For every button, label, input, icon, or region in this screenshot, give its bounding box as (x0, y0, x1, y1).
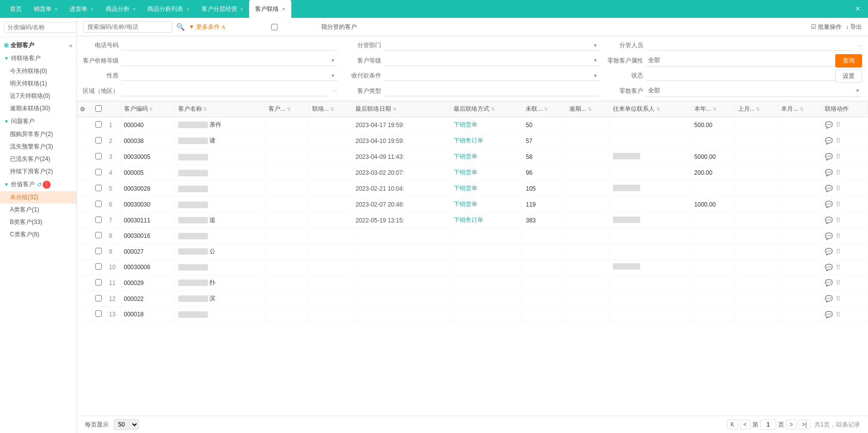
person-more-icon[interactable]: ··· (857, 42, 862, 49)
close-customer-ops-tab[interactable]: × (240, 6, 243, 12)
pending-group[interactable]: ▼ 待联络客户 (0, 52, 76, 65)
category-search-input[interactable] (4, 22, 77, 33)
row-checkbox[interactable] (95, 310, 102, 317)
this-month-col-header[interactable]: 本月... (778, 101, 822, 117)
prev-page-btn[interactable]: < (740, 420, 750, 430)
row-checkbox[interactable] (95, 201, 102, 207)
page-input[interactable] (760, 420, 776, 430)
message-action-icon[interactable]: 💬 (825, 185, 833, 192)
search-button-adv[interactable]: 查询 (835, 54, 862, 68)
message-action-icon[interactable]: 💬 (825, 153, 833, 160)
message-action-icon[interactable]: 💬 (825, 201, 833, 208)
close-purchase-tab[interactable]: × (90, 6, 93, 12)
row-checkbox[interactable] (95, 137, 102, 144)
contact-method-link[interactable]: 下销货单 (454, 153, 477, 160)
more-action-icon[interactable]: ⠿ (836, 169, 841, 176)
row-checkbox[interactable] (95, 263, 102, 270)
region-more-icon[interactable]: ··· (333, 87, 337, 94)
row-checkbox[interactable] (95, 216, 102, 223)
row-checkbox[interactable] (95, 232, 102, 238)
sidebar-item-class-a[interactable]: A类客户(1) (0, 204, 76, 216)
more-action-icon[interactable]: ⠿ (836, 185, 841, 192)
last-date-col-header[interactable]: 最后联络日期 (352, 101, 451, 117)
sidebar-item-churned[interactable]: 已流失客户(24) (0, 153, 76, 165)
retail-attr-select[interactable]: 全部 ▼ (646, 55, 862, 67)
last-month-col-header[interactable]: 上月... (734, 101, 778, 117)
sidebar-item-ungrouped[interactable]: 未分组(32) (0, 191, 76, 204)
more-action-icon[interactable]: ⠿ (836, 232, 841, 240)
message-action-icon[interactable]: 💬 (825, 295, 833, 302)
sidebar-item-overdue-pending[interactable]: 逾期未联络(30) (0, 102, 76, 115)
collapse-sidebar-icon[interactable]: « (69, 42, 72, 49)
tab-home[interactable]: 首页 (4, 0, 28, 18)
more-action-icon[interactable]: ⠿ (836, 264, 841, 271)
message-action-icon[interactable]: 💬 (825, 121, 833, 129)
message-action-icon[interactable]: 💬 (825, 264, 833, 271)
sidebar-item-declining[interactable]: 持续下滑客户(2) (0, 165, 76, 178)
contact-method-link[interactable]: 下销售订单 (454, 137, 483, 144)
dept-select[interactable]: ▼ (384, 40, 600, 51)
export-button[interactable]: ↓ 导出 (846, 23, 862, 31)
contact-col-header[interactable]: 联络... (309, 101, 352, 117)
more-action-icon[interactable]: ⠿ (836, 216, 841, 224)
more-action-icon[interactable]: ⠿ (836, 248, 841, 255)
message-action-icon[interactable]: 💬 (825, 232, 833, 240)
contact-method-link[interactable]: 下销货单 (454, 121, 477, 128)
code-col-header[interactable]: 客户编码 (121, 101, 175, 117)
search-input[interactable] (83, 21, 172, 33)
more-conditions-button[interactable]: ▼ 更多条件 ∧ (189, 23, 226, 31)
status-select[interactable]: ▼ (646, 71, 862, 81)
message-action-icon[interactable]: 💬 (825, 137, 833, 144)
batch-ops-button[interactable]: ☑ 批量操作 (811, 23, 842, 31)
person-input[interactable] (646, 40, 852, 51)
more-action-icon[interactable]: ⠿ (836, 295, 841, 302)
row-checkbox[interactable] (95, 248, 102, 254)
customer-grade-select[interactable]: ▼ (384, 56, 600, 66)
sidebar-item-class-b[interactable]: B类客户(33) (0, 216, 76, 228)
next-page-btn[interactable]: > (786, 420, 797, 430)
search-button[interactable]: 🔍 (176, 23, 185, 31)
message-action-icon[interactable]: 💬 (825, 311, 833, 318)
problem-group[interactable]: ▼ 问题客户 (0, 115, 76, 128)
tab-product-analysis-list[interactable]: 商品分析列表 × (141, 0, 195, 18)
more-action-icon[interactable]: ⠿ (836, 137, 841, 144)
this-year-col-header[interactable]: 本年... (691, 101, 734, 117)
more-action-icon[interactable]: ⠿ (836, 201, 841, 208)
contact-method-link[interactable]: 下销货单 (454, 201, 477, 208)
close-product-list-tab[interactable]: × (186, 6, 189, 12)
tab-sales[interactable]: 销货单 × (28, 0, 64, 18)
more-action-icon[interactable]: ⠿ (836, 311, 841, 318)
contact-method-link[interactable]: 下销售订单 (454, 216, 483, 223)
my-customers-checkbox[interactable] (230, 24, 319, 30)
more-action-icon[interactable]: ⠿ (836, 279, 841, 287)
sidebar-item-class-c[interactable]: C类客户(6) (0, 228, 76, 241)
close-all-tabs[interactable]: × (852, 4, 864, 13)
type-col-header[interactable]: 客户... (265, 101, 309, 117)
row-checkbox[interactable] (95, 279, 102, 286)
all-customers-header[interactable]: ⊞ 全部客户 « (0, 37, 76, 52)
last-page-btn[interactable]: >| (799, 420, 810, 430)
first-page-btn[interactable]: K (727, 420, 738, 430)
sidebar-item-tomorrow-pending[interactable]: 明天待联络(1) (0, 77, 76, 90)
region-input[interactable] (122, 86, 328, 96)
row-checkbox[interactable] (95, 121, 102, 128)
settings-col-header[interactable]: ⚙ (77, 101, 92, 117)
message-action-icon[interactable]: 💬 (825, 279, 833, 287)
page-size-select[interactable]: 50 100 200 (114, 419, 139, 430)
payment-select[interactable]: ▼ (384, 71, 600, 81)
row-checkbox[interactable] (95, 185, 102, 191)
tab-customer-ops[interactable]: 客户分层经营 × (196, 0, 249, 18)
message-action-icon[interactable]: 💬 (825, 248, 833, 255)
more-action-icon[interactable]: ⠿ (836, 121, 841, 129)
refresh-icon[interactable]: ↺ (37, 181, 42, 188)
close-customer-contact-tab[interactable]: × (282, 6, 285, 12)
tab-purchase[interactable]: 进货单 × (64, 0, 99, 18)
sidebar-item-abnormal[interactable]: 囤购异常客户(2) (0, 128, 76, 141)
last-method-col-header[interactable]: 最后联络方式 (450, 101, 523, 117)
customer-type-select[interactable] (384, 86, 600, 96)
more-action-icon[interactable]: ⠿ (836, 153, 841, 160)
message-action-icon[interactable]: 💬 (825, 169, 833, 176)
company-contact-col-header[interactable]: 往来单位联系人 (610, 101, 691, 117)
close-product-analysis-tab[interactable]: × (133, 6, 135, 12)
tab-product-analysis[interactable]: 商品分析 × (100, 0, 141, 18)
